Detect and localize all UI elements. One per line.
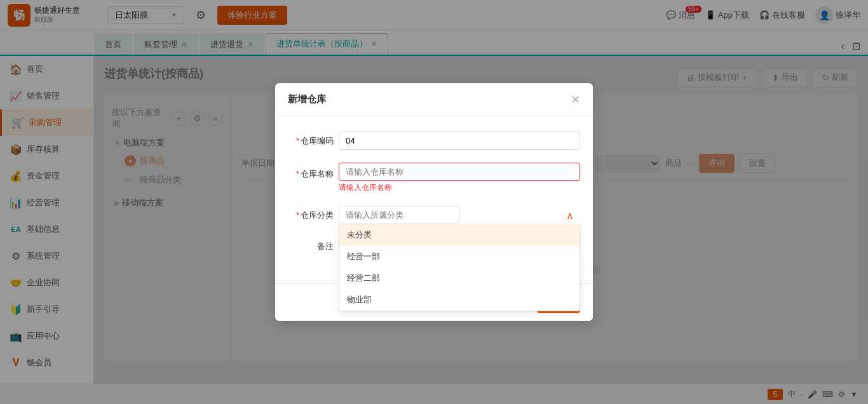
name-error-msg: 请输入仓库名称 [339,182,392,193]
note-label: 备注 [288,237,339,252]
modal-title: 新增仓库 [288,93,326,105]
code-input[interactable] [339,131,580,150]
dropdown-item-property[interactable]: 物业部 [339,289,580,311]
form-row-category: 仓库分类 ∧ 未分类 经营一部 经营二部 物业部 [288,206,580,224]
category-dropdown: 未分类 经营一部 经营二部 物业部 [339,224,580,311]
category-wrapper: ∧ 未分类 经营一部 经营二部 物业部 [339,206,580,224]
dropdown-item-dept2[interactable]: 经营二部 [339,267,580,289]
name-label: 仓库名称 [288,165,339,180]
modal-overlay: 新增仓库 ✕ 仓库编码 仓库名称 请输入仓库名称 仓库分类 [0,0,868,404]
dropdown-item-uncategorized[interactable]: 未分类 [339,224,580,246]
modal-close-button[interactable]: ✕ [571,94,580,105]
category-dropdown-icon[interactable]: ∧ [566,209,574,221]
category-input[interactable] [339,206,459,224]
code-label: 仓库编码 [288,131,339,147]
modal-body: 仓库编码 仓库名称 请输入仓库名称 仓库分类 ∧ [275,116,593,283]
dropdown-item-dept1[interactable]: 经营一部 [339,246,580,267]
form-row-name: 仓库名称 请输入仓库名称 [288,163,580,193]
modal-new-warehouse: 新增仓库 ✕ 仓库编码 仓库名称 请输入仓库名称 仓库分类 [275,83,593,321]
category-label: 仓库分类 [288,206,339,221]
modal-header: 新增仓库 ✕ [275,83,593,116]
form-row-code: 仓库编码 [288,131,580,150]
name-input[interactable] [339,163,580,181]
